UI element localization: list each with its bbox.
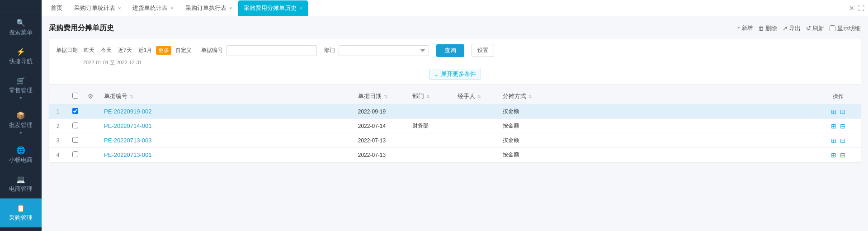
sidebar-label-wholesale: 批发管理 <box>9 121 33 129</box>
row-checkbox-0[interactable] <box>72 108 78 114</box>
tab-home-label: 首页 <box>51 4 62 12</box>
col-dept-label: 部门 <box>412 93 424 99</box>
maximize-button[interactable]: ⛶ <box>858 5 864 12</box>
delete-icon: 🗑 <box>758 25 764 32</box>
row-checkbox-2[interactable] <box>72 137 78 143</box>
col-header-date[interactable]: 单据日期 ⇅ <box>354 89 408 104</box>
docno-link-3[interactable]: PE-20220713-001 <box>104 151 152 158</box>
expand-more-button[interactable]: ⌄ 展开更多条件 <box>429 69 481 80</box>
refresh-button[interactable]: ↺ 刷新 <box>806 24 824 33</box>
ecom-icon: 💻 <box>16 175 25 184</box>
col-header-handler[interactable]: 经手人 ⇅ <box>453 89 498 104</box>
col-header-split[interactable]: 分摊方式 ⇅ <box>498 89 816 104</box>
sidebar-item-retail[interactable]: 🛒 零售管理 ▼ <box>0 71 42 106</box>
tab-incoming-stats[interactable]: 进货单统计表 × <box>127 0 179 16</box>
delete-button[interactable]: 🗑 删除 <box>758 24 777 33</box>
sidebar-item-inventory[interactable]: 📊 库存核算 <box>0 227 42 231</box>
edit-icon-3[interactable]: ⊞ <box>831 151 836 159</box>
search-icon: 🔍 <box>16 19 25 27</box>
query-button[interactable]: 查询 <box>436 44 464 57</box>
sidebar-item-purchase[interactable]: 📋 采购管理 <box>0 198 42 227</box>
sidebar-item-search[interactable]: 🔍 搜索菜单 <box>0 13 42 42</box>
docno-link-2[interactable]: PE-20220713-003 <box>104 137 152 144</box>
tab-bar: 首页 采购订单统计表 × 进货单统计表 × 采购订单执行表 × 采购费用分摊单历… <box>42 0 868 16</box>
delete-label: 删除 <box>765 24 777 33</box>
yesterday-btn[interactable]: 昨天 <box>81 46 97 55</box>
tab-purchase-cost-history[interactable]: 采购费用分摊单历史 × <box>238 0 307 16</box>
tab-purchase-order-exec-label: 采购订单执行表 <box>185 4 226 12</box>
sidebar-label-retail: 零售管理 <box>9 86 33 94</box>
tab-purchase-order-exec[interactable]: 采购订单执行表 × <box>180 0 237 16</box>
refresh-label: 刷新 <box>812 24 824 33</box>
date-filter-group: 单据日期 昨天 今天 近7天 近1月 更多 自定义 <box>56 46 194 55</box>
data-table-wrap: ⚙ 单据编号 ⇅ 单据日期 ⇅ 部门 ⇅ <box>49 89 861 162</box>
tab-home[interactable]: 首页 <box>45 0 68 16</box>
col-header-docno[interactable]: 单据编号 ⇅ <box>99 89 354 104</box>
wholesale-icon: 📦 <box>16 111 25 120</box>
tab-purchase-order-stats[interactable]: 采购订单统计表 × <box>69 0 126 16</box>
cell-checkbox-1[interactable] <box>67 119 83 133</box>
action-cell-3: ⊞ ⊟ <box>820 151 856 159</box>
more-icon-1[interactable]: ⊟ <box>840 123 845 130</box>
export-button[interactable]: ↗ 导出 <box>783 24 801 33</box>
close-tab-button[interactable]: ✕ <box>849 5 854 12</box>
dept-select[interactable]: 财务部 <box>339 45 429 56</box>
sidebar-label-search: 搜索菜单 <box>9 28 33 37</box>
select-all-checkbox[interactable] <box>72 93 78 99</box>
edit-icon-2[interactable]: ⊞ <box>831 137 836 144</box>
edit-icon-1[interactable]: ⊞ <box>831 123 836 130</box>
row-checkbox-3[interactable] <box>72 151 78 157</box>
sidebar-logo <box>0 4 42 13</box>
sort-icon-dept: ⇅ <box>426 94 430 99</box>
retail-icon: 🛒 <box>16 76 25 85</box>
cell-checkbox-2[interactable] <box>67 133 83 148</box>
tab-purchase-order-stats-close[interactable]: × <box>118 5 121 11</box>
week-btn[interactable]: 近7天 <box>116 46 134 55</box>
row-checkbox-1[interactable] <box>72 123 78 128</box>
today-btn[interactable]: 今天 <box>99 46 114 55</box>
tab-purchase-order-exec-close[interactable]: × <box>229 5 232 11</box>
more-btn[interactable]: 更多 <box>156 46 171 55</box>
dept-filter-group: 部门 财务部 <box>324 45 429 56</box>
cell-action-3: ⊞ ⊟ <box>816 148 861 162</box>
col-header-checkbox[interactable] <box>67 89 83 104</box>
sidebar-item-wholesale[interactable]: 📦 批发管理 ▼ <box>0 106 42 141</box>
main-area: 首页 采购订单统计表 × 进货单统计表 × 采购订单执行表 × 采购费用分摊单历… <box>42 0 868 231</box>
cell-checkbox-0[interactable] <box>67 104 83 119</box>
settings-button[interactable]: 设置 <box>472 44 494 57</box>
sidebar-item-quicknav[interactable]: ⚡ 快捷导航 <box>0 42 42 71</box>
table-header: ⚙ 单据编号 ⇅ 单据日期 ⇅ 部门 ⇅ <box>49 89 861 104</box>
sidebar-label-purchase: 采购管理 <box>9 214 33 222</box>
cell-dept-0 <box>408 104 453 119</box>
more-icon-2[interactable]: ⊟ <box>840 137 845 144</box>
tab-purchase-cost-history-close[interactable]: × <box>299 5 302 11</box>
edit-icon-0[interactable]: ⊞ <box>831 108 836 115</box>
col-header-action: 操作 <box>816 89 861 104</box>
tab-incoming-stats-close[interactable]: × <box>170 5 173 11</box>
add-button[interactable]: + 新增 <box>737 24 753 32</box>
sidebar-item-ecom[interactable]: 💻 电商管理 <box>0 170 42 198</box>
month-btn[interactable]: 近1月 <box>136 46 155 55</box>
docno-input[interactable] <box>226 45 317 56</box>
docno-label: 单据编号 <box>201 47 223 54</box>
cell-checkbox-3[interactable] <box>67 148 83 162</box>
sort-icon-date: ⇅ <box>384 94 387 99</box>
docno-link-1[interactable]: PE-20220714-001 <box>104 123 152 129</box>
col-split-label: 分摊方式 <box>503 93 526 99</box>
docno-link-0[interactable]: PE-20220919-002 <box>104 108 152 115</box>
dept-label: 部门 <box>324 47 335 54</box>
date-shortcuts: 昨天 今天 近7天 近1月 更多 自定义 <box>81 46 194 55</box>
more-icon-3[interactable]: ⊟ <box>840 151 845 159</box>
gear-icon[interactable]: ⚙ <box>88 93 94 100</box>
col-header-dept[interactable]: 部门 ⇅ <box>408 89 453 104</box>
col-header-no <box>49 89 67 104</box>
date-range-text: 2022-01-01 至 2022-12-31 <box>83 60 142 65</box>
show-cols-toggle[interactable]: 显示明细 <box>830 24 861 33</box>
more-icon-0[interactable]: ⊟ <box>840 108 845 115</box>
date-label: 单据日期 <box>56 47 78 54</box>
custom-btn[interactable]: 自定义 <box>173 46 194 55</box>
cell-split-1: 按金额 <box>498 119 816 133</box>
content-area: 采购费用分摊单历史 + 新增 🗑 删除 ↗ 导出 ↺ 刷新 显示明细 <box>42 16 868 231</box>
sidebar-item-ecom-small[interactable]: 🌐 小畅电商 <box>0 141 42 170</box>
show-cols-checkbox[interactable] <box>830 25 835 31</box>
